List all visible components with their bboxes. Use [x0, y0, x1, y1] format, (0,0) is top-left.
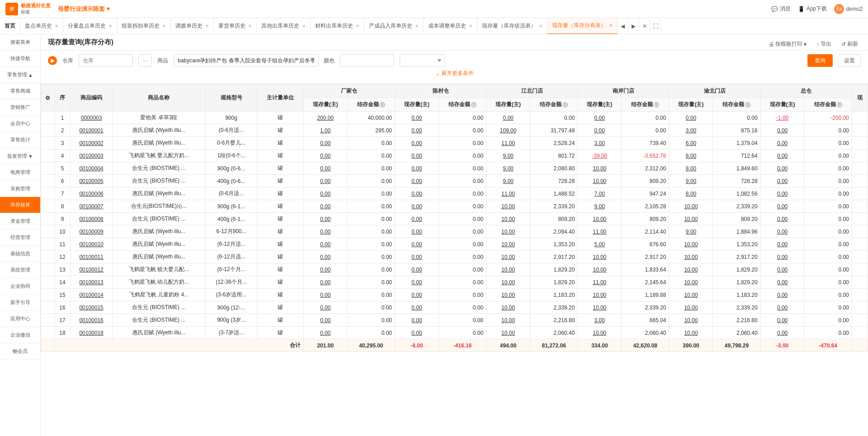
warehouse-more-btn[interactable]: ··· — [138, 54, 152, 67]
sidebar-item-nav[interactable]: 快捷导航 — [0, 51, 40, 67]
tab-diaobo[interactable]: 调拨单历史 ✕ — [171, 18, 214, 34]
tab-kucunzk[interactable]: 现存量（库存状况表） ✕ — [477, 18, 547, 34]
sidebar-item-retail-mgmt[interactable]: 零售管理 ▲ — [0, 67, 40, 83]
color-input[interactable] — [340, 54, 394, 67]
sidebar-item-guide[interactable]: 新手引导 — [0, 295, 40, 311]
close-icon[interactable]: ✕ — [469, 23, 472, 28]
print-btn[interactable]: 🖨 按模板打印 ▾ — [766, 39, 809, 49]
sidebar-item-marketing[interactable]: 营销推广 — [0, 99, 40, 116]
table-cell[interactable] — [41, 200, 55, 213]
filter-toggle-btn[interactable]: ▶ — [48, 56, 57, 65]
tab-qtchuku[interactable]: 其他出库单历史 ✕ — [257, 18, 311, 34]
table-cell[interactable] — [41, 137, 55, 150]
table-cell: 1,189.88 — [622, 289, 669, 301]
sidebar-item-operation[interactable]: 经营管理 — [0, 230, 40, 246]
col-gear-header[interactable]: ⚙ — [41, 84, 55, 112]
table-cell[interactable] — [41, 124, 55, 137]
table-cell[interactable] — [41, 112, 55, 124]
table-cell: 0.00 — [395, 162, 439, 175]
close-icon[interactable]: ✕ — [162, 23, 166, 28]
info-icon[interactable]: ① — [745, 102, 750, 108]
table-cell[interactable] — [41, 263, 55, 276]
settings-btn[interactable]: 设置 — [838, 54, 861, 67]
table-cell: (6-12月适... — [205, 251, 257, 263]
tab-fullscreen[interactable]: ⛶ — [650, 18, 661, 34]
sidebar-item-basic[interactable]: 基础信息 — [0, 246, 40, 262]
table-cell[interactable] — [41, 289, 55, 301]
sidebar-item-member2[interactable]: 畅会员 — [0, 343, 40, 360]
sidebar-item-inventory[interactable]: 库存核算 — [0, 197, 40, 213]
table-cell: 10.00 — [486, 213, 530, 225]
sidebar-item-wecom[interactable]: 企业微信 — [0, 327, 40, 343]
info-icon[interactable]: ① — [471, 102, 476, 108]
tab-chengben[interactable]: 成本调整单历史 ✕ — [424, 18, 477, 34]
table-cell[interactable] — [41, 327, 55, 339]
app-download-btn[interactable]: 📱 App下载 — [798, 5, 827, 13]
tab-kucunfb[interactable]: 现存量（库存分布表） ✕ — [547, 18, 618, 34]
table-cell[interactable] — [41, 188, 55, 200]
sidebar-item-retail-mall[interactable]: 零售商城 — [0, 83, 40, 99]
sidebar-item-wholesale[interactable]: 批发管理 ▼ — [0, 148, 40, 164]
close-icon[interactable]: ✕ — [415, 23, 419, 28]
table-cell[interactable] — [41, 225, 55, 238]
tab-zuhe[interactable]: 组装拆卸单历史 ✕ — [117, 18, 171, 34]
table-cell[interactable] — [41, 238, 55, 251]
table-wrapper: ⚙ 序 商品编码 商品名称 规格型号 主计量单位 厂家仓 陈村仓 江北门店 南岸… — [41, 84, 868, 436]
table-cell[interactable] — [41, 175, 55, 188]
info-icon[interactable]: ① — [562, 102, 568, 108]
close-icon[interactable]: ✕ — [205, 23, 209, 28]
table-cell: 2,094.40 — [530, 225, 578, 238]
table-cell[interactable] — [41, 150, 55, 162]
info-icon[interactable]: ① — [654, 102, 659, 108]
info-icon[interactable]: ① — [837, 102, 842, 108]
product-input[interactable] — [174, 54, 318, 67]
close-icon[interactable]: ✕ — [539, 23, 542, 28]
color-select[interactable] — [400, 54, 445, 67]
user-avatar[interactable]: Ea demo2 — [834, 4, 863, 14]
close-icon[interactable]: ✕ — [356, 23, 359, 28]
tab-pandian[interactable]: 盘点单历史 ✕ — [20, 18, 63, 34]
message-btn[interactable]: 💬 消息 — [771, 5, 791, 13]
sidebar-item-finance[interactable]: 资金管理 — [0, 213, 40, 230]
sidebar-item-appstore[interactable]: 应用中心 — [0, 311, 40, 327]
tab-nav-right[interactable]: ▶ — [628, 18, 639, 34]
export-btn[interactable]: ↑ 导出 — [814, 39, 834, 49]
table-cell[interactable] — [41, 213, 55, 225]
tab-yaohuo[interactable]: 要货单历史 ✕ — [214, 18, 257, 34]
close-icon[interactable]: ✕ — [609, 23, 613, 28]
table-cell[interactable] — [41, 314, 55, 327]
warehouse-input[interactable] — [79, 54, 133, 67]
sidebar-item-search[interactable]: 搜索英单 — [0, 34, 40, 51]
sidebar-item-enterprise[interactable]: 企业协同 — [0, 278, 40, 295]
tab-home[interactable]: 首页 — [0, 18, 20, 34]
sidebar-item-system[interactable]: 系统管理 — [0, 262, 40, 278]
close-icon[interactable]: ✕ — [302, 23, 306, 28]
tab-clchuku[interactable]: 材料出库单历史 ✕ — [311, 18, 364, 34]
tab-fenpandian[interactable]: 分量盘点单历史 ✕ — [63, 18, 117, 34]
close-icon[interactable]: ✕ — [108, 23, 112, 28]
table-cell: 1,353.20 — [530, 238, 578, 251]
table-cell: 2,216.80 — [713, 314, 760, 327]
tab-chanruku[interactable]: 产成品入库单历史 ✕ — [364, 18, 424, 34]
table-cell[interactable] — [41, 276, 55, 289]
query-btn[interactable]: 查询 — [807, 54, 833, 67]
table-cell[interactable] — [41, 301, 55, 314]
sidebar-item-purchase[interactable]: 采购管理 — [0, 181, 40, 197]
table-cell[interactable] — [41, 251, 55, 263]
sidebar-item-member[interactable]: 会员中心 — [0, 116, 40, 132]
table-cell[interactable] — [41, 162, 55, 175]
close-icon[interactable]: ✕ — [248, 23, 252, 28]
info-icon[interactable]: ① — [380, 102, 385, 108]
table-cell: 0.00 — [804, 289, 852, 301]
industry-selector[interactable]: 母婴行业演示陈套 ▾ — [58, 5, 110, 13]
sidebar-item-ecommerce[interactable]: 电商管理 — [0, 164, 40, 181]
table-cell — [852, 162, 868, 175]
col-changjia-header: 厂家仓 — [303, 84, 395, 98]
tab-nav-left[interactable]: ◀ — [618, 18, 628, 34]
expand-more-btn[interactable]: ⌄ 展开更多条件 — [48, 70, 861, 77]
table-cell: 10.00 — [669, 263, 713, 276]
close-icon[interactable]: ✕ — [55, 23, 58, 28]
sidebar-item-retail-stats[interactable]: 零售统计 — [0, 132, 40, 148]
tab-close-all[interactable]: ✕ — [639, 18, 650, 34]
refresh-btn[interactable]: ↺ 刷新 — [839, 39, 861, 49]
